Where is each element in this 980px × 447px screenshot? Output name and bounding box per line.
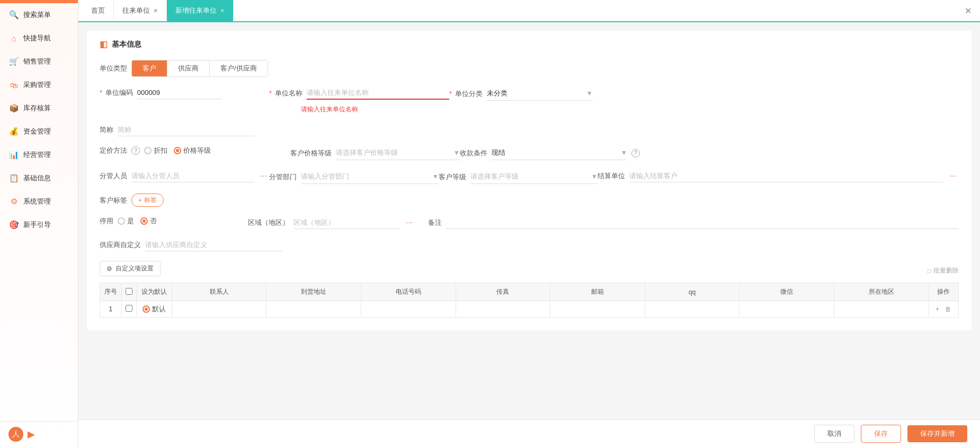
tab-partners-close[interactable]: ✕	[153, 7, 158, 14]
batch-delete-button[interactable]: □ 批量删除	[928, 266, 959, 275]
content-area: ◧ 基本信息 单位类型 客户 供应商 客户/供应商	[78, 22, 980, 419]
tab-home[interactable]: 首页	[83, 0, 114, 22]
supervisor-row: 分管人员 ··· 分管部门 请输入分管部门 ▼ 客户等级 请选择客户等级	[100, 170, 959, 184]
payment-terms-chevron: ▼	[621, 149, 627, 156]
customer-level-label: 客户等级	[439, 172, 466, 182]
region-more-btn[interactable]: ···	[404, 218, 415, 227]
save-button[interactable]: 保存	[861, 425, 901, 443]
payment-terms-help-icon[interactable]: ?	[631, 149, 640, 157]
customer-level-field: 客户等级 请选择客户等级 ▼	[439, 170, 598, 184]
save-new-button[interactable]: 保存并新增	[907, 425, 967, 442]
unit-type-label: 单位类型	[100, 64, 127, 73]
disable-radio-group: 是 否	[118, 216, 157, 226]
row-region-input[interactable]	[838, 305, 925, 313]
row-qq-input[interactable]	[648, 305, 736, 313]
section-title-text: 基本信息	[112, 40, 141, 49]
tab-home-label: 首页	[91, 6, 105, 15]
settlement-unit-input[interactable]	[629, 170, 943, 182]
sidebar-item-sales[interactable]: 🛒 销售管理	[0, 50, 78, 73]
sidebar-expand-icon[interactable]: ▶	[28, 428, 35, 440]
search-icon: 🔍	[8, 10, 19, 20]
supplier-custom-input[interactable]	[145, 239, 283, 251]
unit-code-input[interactable]	[137, 86, 222, 99]
supervisor-label: 分管人员	[100, 171, 127, 181]
supplier-custom-row: 供应商自定义	[100, 239, 959, 251]
tab-new-partner[interactable]: 新增往来单位 ✕	[167, 0, 234, 22]
unit-name-input[interactable]	[307, 86, 449, 100]
tab-new-partner-label: 新增往来单位	[175, 6, 217, 15]
cancel-button[interactable]: 取消	[814, 425, 854, 443]
disable-no-radio[interactable]: 否	[140, 216, 157, 226]
remark-field: 备注	[428, 216, 959, 229]
custom-settings-button[interactable]: ⚙ 自定义项设置	[100, 261, 161, 276]
unit-type-supplier-btn[interactable]: 供应商	[167, 60, 210, 76]
sidebar-item-inventory[interactable]: 📦 库存核算	[0, 97, 78, 120]
unit-type-both-btn[interactable]: 客户/供应商	[210, 60, 268, 76]
row-wechat	[740, 301, 834, 318]
row-delete-btn[interactable]: 🗑	[945, 305, 951, 313]
sidebar-item-basic[interactable]: 📋 基础信息	[0, 166, 78, 190]
pricing-discount-radio[interactable]: 折扣	[144, 146, 167, 155]
purchase-icon: 🛍	[8, 80, 19, 90]
row-phone-input[interactable]	[364, 305, 452, 313]
region-field: 区域（地区） ···	[248, 216, 428, 229]
remark-input[interactable]	[446, 216, 959, 229]
inventory-icon: 📦	[8, 103, 19, 113]
contact-table: 序号 设为默认 联系人 到货地址 电话号码 传真 邮箱 qq 微信 所在地区 操…	[100, 283, 959, 318]
sidebar-item-quicknav-label: 快捷导航	[23, 33, 51, 43]
disable-label: 停用	[100, 216, 113, 226]
row-fax-input[interactable]	[459, 305, 547, 313]
row-default-radio[interactable]: 默认	[140, 304, 168, 314]
tag-add-button[interactable]: + 标签	[131, 194, 164, 207]
row-email-input[interactable]	[554, 305, 642, 313]
sidebar-item-finance[interactable]: 💰 资金管理	[0, 120, 78, 143]
sales-icon: 🛒	[8, 56, 19, 67]
supervisor-input[interactable]	[131, 170, 254, 182]
alias-field: 简称	[100, 124, 311, 136]
row-seq: 1	[100, 301, 122, 318]
tab-partners[interactable]: 往来单位 ✕	[114, 0, 167, 22]
sidebar-item-system[interactable]: ⚙ 系统管理	[0, 190, 78, 213]
tab-new-partner-close[interactable]: ✕	[220, 7, 225, 14]
row-contact-input[interactable]	[175, 305, 263, 313]
row-contact	[172, 301, 266, 318]
user-avatar: 人	[8, 427, 23, 442]
dept-field: 分管部门 请输入分管部门 ▼	[269, 170, 439, 184]
window-close-icon[interactable]: ✕	[965, 6, 972, 16]
col-region: 所在地区	[834, 283, 929, 301]
settlement-unit-more-btn[interactable]: ···	[948, 171, 959, 181]
pricing-pricelevel-radio[interactable]: 价格等级	[174, 146, 211, 155]
payment-terms-label: 收款条件	[460, 148, 487, 158]
disable-yes-radio[interactable]: 是	[118, 216, 134, 226]
col-contact: 联系人	[172, 283, 266, 301]
sidebar-item-inventory-label: 库存核算	[23, 103, 51, 113]
row-default-label: 默认	[152, 304, 166, 314]
settlement-unit-label: 结算单位	[598, 171, 625, 181]
col-qq: qq	[645, 283, 740, 301]
payment-terms-select[interactable]: 现结 ▼	[492, 146, 627, 160]
bottom-bar: 取消 保存 保存并新增	[78, 419, 980, 447]
disable-yes-circle	[118, 217, 125, 225]
sidebar-item-purchase[interactable]: 🛍 采购管理	[0, 73, 78, 97]
row-wechat-input[interactable]	[743, 305, 831, 313]
row-add-btn[interactable]: +	[936, 305, 939, 313]
customer-price-level-select[interactable]: 请选择客户价格等级 ▼	[336, 146, 460, 160]
alias-input[interactable]	[118, 124, 255, 136]
row-default: 默认	[137, 301, 172, 318]
home-icon: ⌂	[8, 33, 19, 43]
pricing-help-icon[interactable]: ?	[131, 146, 140, 155]
unit-type-customer-btn[interactable]: 客户	[132, 60, 167, 76]
sidebar-item-quicknav[interactable]: ⌂ 快捷导航	[0, 27, 78, 50]
region-input[interactable]	[293, 216, 399, 229]
row-select-checkbox[interactable]	[126, 305, 132, 312]
table-select-all[interactable]	[126, 288, 132, 295]
customer-level-select[interactable]: 请选择客户等级 ▼	[470, 170, 598, 184]
sidebar-item-newbie[interactable]: 🎯 新手引导	[0, 213, 78, 236]
batch-delete-label: 批量删除	[933, 266, 959, 275]
sidebar-item-operations[interactable]: 📊 经营管理	[0, 143, 78, 166]
sidebar-item-search[interactable]: 🔍 搜索菜单	[0, 3, 78, 27]
supervisor-more-btn[interactable]: ···	[258, 171, 269, 181]
unit-category-select[interactable]: 未分类 ▼	[487, 86, 593, 101]
dept-select[interactable]: 请输入分管部门 ▼	[301, 170, 439, 184]
row-address-input[interactable]	[270, 305, 358, 313]
